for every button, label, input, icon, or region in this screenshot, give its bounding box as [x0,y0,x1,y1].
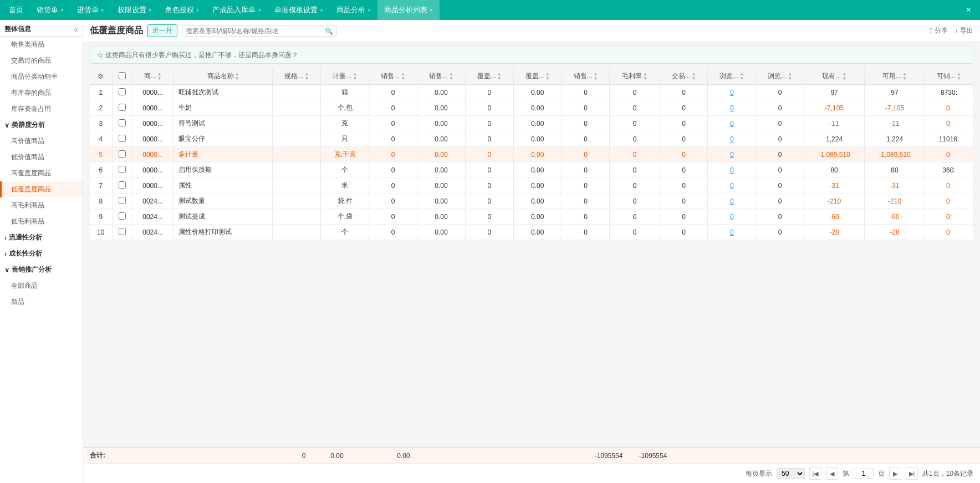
row-checkbox[interactable] [119,228,126,235]
row-checkbox[interactable] [119,197,126,204]
td-browse1[interactable]: 0 [708,116,756,131]
row-checkbox[interactable] [119,181,126,189]
sidebar-item-new-goods[interactable]: 新品 [0,294,83,310]
row-checkbox[interactable] [119,212,126,220]
row-checkbox[interactable] [119,166,126,173]
td-transaction: 0 [660,131,708,147]
sidebar-item-high-coverage[interactable]: 高覆盖度商品 [0,165,83,181]
row-checkbox[interactable] [119,119,126,126]
select-all-checkbox[interactable] [119,72,126,79]
td-checkbox[interactable] [112,131,132,147]
nav-role-auth[interactable]: 角色授权 × [159,0,206,20]
row-checkbox[interactable] [119,104,126,111]
sidebar-item-high-gross[interactable]: 高毛利商品 [0,197,83,213]
nav-finished-goods[interactable]: 产成品入库单 × [206,0,268,20]
td-checkbox[interactable] [112,178,132,194]
page-last-btn[interactable]: ▶| [906,467,918,480]
sidebar-item-all-goods[interactable]: 全部商品 [0,278,83,294]
nav-permissions-close[interactable]: × [149,7,152,13]
page-first-btn[interactable]: |◀ [809,467,821,480]
sidebar-group-growth-analysis[interactable]: › 成长性分析 [0,246,83,262]
page-input[interactable] [854,469,874,479]
td-checkbox[interactable] [112,85,132,100]
sidebar-item-sales-goods[interactable]: 销售类商品 [0,37,83,53]
nav-role-auth-close[interactable]: × [196,7,200,13]
column-settings-icon[interactable]: ⚙ [98,73,104,80]
page-size-select[interactable]: 50 100 200 [777,468,805,479]
nav-template-settings-close[interactable]: × [320,7,323,13]
td-checkbox[interactable] [112,209,132,225]
page-prev-btn[interactable]: ◀ [826,467,838,480]
td-checkbox[interactable] [112,162,132,178]
th-browse1[interactable]: 浏览...▲▼ [708,68,756,85]
nav-purchase-order-close[interactable]: × [101,7,104,13]
td-available: -1,089,510 [865,147,925,162]
td-browse1[interactable]: 0 [708,178,756,194]
td-browse1[interactable]: 0 [708,85,756,100]
td-browse1[interactable]: 0 [708,131,756,147]
th-sales-amt[interactable]: 销售...▲▼ [417,68,466,85]
td-browse1[interactable]: 0 [708,147,756,162]
th-name[interactable]: 商品名称▲▼ [173,68,273,85]
sidebar-item-high-value[interactable]: 高价值商品 [0,133,83,149]
share-button[interactable]: ⤴ 分享 [929,26,948,35]
th-spec[interactable]: 规格...▲▼ [273,68,321,85]
td-browse1[interactable]: 0 [708,225,756,240]
sidebar-item-capital-occupy[interactable]: 库存资金占用 [0,101,83,117]
period-button[interactable]: 近一月 [147,24,177,37]
export-button[interactable]: ↑ 导出 [955,26,973,35]
nav-goods-analysis-list-close[interactable]: × [430,7,433,13]
td-browse1[interactable]: 0 [708,100,756,116]
th-sales-qty[interactable]: 销售...▲▼ [369,68,417,85]
row-checkbox[interactable] [119,135,126,142]
th-unit[interactable]: 计量...▲▼ [321,68,369,85]
th-sellable[interactable]: 可销...▲▼ [925,68,973,85]
table-container[interactable]: ⚙ 商...▲▼ 商品名称▲▼ 规格...▲▼ 计量...▲▼ 销售...▲▼ … [90,68,973,447]
sidebar-group-flow-analysis[interactable]: › 流通性分析 [0,230,83,246]
sidebar-group-marketing-analysis[interactable]: ∨ 营销推广分析 [0,262,83,278]
sidebar-item-traded-goods[interactable]: 交易过的商品 [0,53,83,69]
sidebar-item-low-coverage[interactable]: 低覆盖度商品 [0,181,83,197]
nav-finished-goods-close[interactable]: × [258,7,261,13]
nav-permissions[interactable]: 权限设置 × [111,0,159,20]
td-checkbox[interactable] [112,194,132,209]
th-current-stock[interactable]: 现有...▲▼ [804,68,865,85]
sidebar-item-low-gross[interactable]: 低毛利商品 [0,213,83,230]
nav-purchase-order[interactable]: 进货单 × [70,0,111,20]
td-checkbox[interactable] [112,225,132,240]
page-next-btn[interactable]: ▶ [889,467,901,480]
th-cover2[interactable]: 覆盖...▲▼ [513,68,562,85]
th-code[interactable]: 商...▲▼ [132,68,173,85]
th-cover1[interactable]: 覆盖...▲▼ [465,68,513,85]
nav-goods-analysis-list[interactable]: 商品分析列表 × [377,0,440,20]
nav-goods-analysis-close[interactable]: × [368,7,371,13]
td-sales2: 0 [562,194,610,209]
row-checkbox[interactable] [119,88,126,95]
td-checkbox[interactable] [112,100,132,116]
close-all-tabs[interactable]: × [959,5,978,15]
sidebar-item-low-value[interactable]: 低价值商品 [0,149,83,165]
search-input[interactable] [186,27,323,35]
nav-template-settings[interactable]: 单据模板设置 × [268,0,330,20]
th-gross-margin[interactable]: 毛利率▲▼ [610,68,660,85]
nav-sales-order[interactable]: 销货单 × [30,0,70,20]
td-spec [273,178,321,194]
nav-home[interactable]: 首页 [2,0,30,20]
td-checkbox[interactable] [112,116,132,131]
td-checkbox[interactable] [112,147,132,162]
th-transaction[interactable]: 交易...▲▼ [660,68,708,85]
nav-goods-analysis[interactable]: 商品分析 × [330,0,377,20]
th-sales2[interactable]: 销售...▲▼ [562,68,610,85]
th-settings[interactable]: ⚙ [90,68,112,85]
nav-sales-order-close[interactable]: × [60,7,64,13]
sidebar-collapse-btn[interactable]: « [74,25,78,34]
sidebar-item-category-turnover[interactable]: 商品分类动销率 [0,69,83,85]
td-browse1[interactable]: 0 [708,194,756,209]
td-browse1[interactable]: 0 [708,162,756,178]
sidebar-group-cluster-analysis[interactable]: ∨ 类群度分析 [0,117,83,133]
th-browse2[interactable]: 浏览...▲▼ [756,68,804,85]
td-browse1[interactable]: 0 [708,209,756,225]
row-checkbox[interactable] [119,150,126,157]
th-available[interactable]: 可用...▲▼ [865,68,925,85]
sidebar-item-stock-goods[interactable]: 有库存的商品 [0,85,83,101]
